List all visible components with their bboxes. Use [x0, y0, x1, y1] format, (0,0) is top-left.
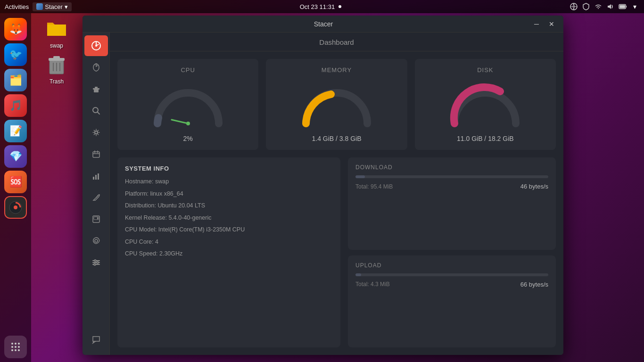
dock-item-rhythmbox[interactable]: 🎵	[4, 94, 27, 117]
download-speed: 46 bytes/s	[520, 183, 548, 190]
topbar-app-name: Stacer	[45, 3, 63, 10]
dock-item-stacer[interactable]	[4, 196, 27, 219]
info-hostname: Hostname: swap	[125, 178, 333, 186]
topbar-left: Activities Stacer ▾	[5, 2, 72, 11]
memory-gauge	[299, 81, 374, 128]
dock-item-files[interactable]: 🗂️	[4, 69, 27, 91]
tray-network-icon[interactable]	[570, 2, 578, 11]
swap-folder-icon	[45, 18, 68, 41]
stacer-app-icon	[36, 3, 43, 10]
trash-icon	[45, 54, 68, 76]
cpu-card: CPU 2%	[117, 59, 258, 150]
svg-rect-18	[53, 56, 60, 59]
topbar-app-arrow: ▾	[65, 3, 68, 10]
rhythmbox-icon: 🎵	[9, 99, 22, 112]
window-titlebar: Stacer ─ ✕	[83, 16, 563, 33]
upload-total: Total: 4.3 MiB	[355, 281, 390, 288]
upload-card: UPLOAD Total: 4.3 MiB 66 bytes/s	[348, 255, 556, 348]
upload-bar-bg	[355, 273, 548, 276]
svg-point-10	[11, 346, 13, 348]
grid-icon	[10, 341, 21, 353]
desktop-icon-swap[interactable]: swap	[38, 18, 75, 49]
network-column: DOWNLOAD Total: 95.4 MiB 46 bytes/s	[348, 157, 556, 347]
svg-point-46	[97, 262, 99, 263]
download-stats: Total: 95.4 MiB 46 bytes/s	[355, 183, 548, 190]
desktop-icon-trash[interactable]: Trash	[38, 54, 75, 85]
gnome-icon	[91, 236, 101, 246]
search-icon	[91, 106, 101, 115]
svg-rect-34	[93, 177, 94, 180]
dock-item-writer[interactable]: 📝	[4, 120, 27, 142]
topbar-datetime: Oct 23 11:31	[300, 3, 341, 10]
app-sidebar	[83, 33, 110, 355]
download-total: Total: 95.4 MiB	[355, 183, 393, 190]
upload-stats: Total: 4.3 MiB 66 bytes/s	[355, 281, 548, 288]
minimize-button[interactable]: ─	[530, 18, 543, 30]
uninstaller-icon	[91, 149, 101, 159]
svg-rect-36	[98, 173, 99, 180]
cleaner-icon	[91, 84, 101, 94]
sidebar-item-startup[interactable]	[84, 57, 108, 78]
dock-item-help[interactable]: 🆘	[4, 171, 27, 193]
svg-point-45	[94, 260, 96, 262]
svg-rect-26	[95, 87, 98, 89]
svg-point-49	[186, 122, 190, 125]
svg-point-23	[95, 45, 97, 47]
topbar-app-menu[interactable]: Stacer ▾	[33, 2, 72, 11]
info-cpu-speed: CPU Speed: 2.30GHz	[125, 250, 333, 258]
tray-dropdown-icon[interactable]: ▾	[631, 2, 639, 11]
dock-item-firefox[interactable]: 🦊	[4, 18, 27, 41]
sidebar-item-services[interactable]	[84, 122, 108, 143]
svg-rect-3	[626, 6, 627, 8]
main-content: Dashboard CPU	[110, 33, 563, 355]
memory-card: MEMORY 1.4 GiB / 3.8 GiB	[266, 59, 407, 150]
trash-label: Trash	[50, 78, 64, 85]
svg-rect-4	[619, 5, 625, 8]
cpu-gauge	[150, 81, 226, 128]
tray-volume-icon[interactable]	[606, 2, 615, 11]
writer-icon: 📝	[9, 125, 22, 137]
disk-value: 11.0 GiB / 18.2 GiB	[457, 135, 514, 142]
dock-item-thunderbird[interactable]: 🐦	[4, 43, 27, 66]
disk-gauge	[447, 81, 523, 128]
sidebar-item-repair[interactable]	[84, 187, 108, 208]
window-body: Dashboard CPU	[83, 33, 563, 355]
svg-rect-40	[97, 217, 98, 219]
desktop: 🦊 🐦 🗂️ 🎵 📝 💎 🆘	[0, 13, 644, 362]
upload-speed: 66 bytes/s	[520, 281, 548, 288]
window-title: Stacer	[116, 20, 530, 28]
svg-rect-35	[95, 175, 97, 180]
stacer-window: Stacer ─ ✕	[83, 16, 563, 355]
topbar: Activities Stacer ▾ Oct 23 11:31 ▾	[0, 0, 644, 13]
tray-shield-icon[interactable]	[582, 2, 590, 11]
dock-item-grid[interactable]	[4, 336, 27, 358]
sidebar-item-backup[interactable]	[84, 209, 108, 230]
tray-battery-icon[interactable]	[619, 2, 627, 11]
system-info-title: SYSTEM INFO	[125, 165, 333, 172]
svg-point-29	[95, 131, 98, 134]
svg-rect-25	[94, 90, 99, 92]
sidebar-item-uninstaller[interactable]	[84, 144, 108, 165]
svg-point-47	[94, 263, 96, 265]
help-icon: 🆘	[9, 176, 22, 188]
dock-item-git[interactable]: 💎	[4, 145, 27, 168]
sidebar-item-gnome[interactable]	[84, 230, 108, 251]
sidebar-item-resources[interactable]	[84, 165, 108, 186]
info-kernel: Kernel Release: 5.4.0-40-generic	[125, 214, 333, 222]
settings-icon	[91, 258, 101, 267]
close-button[interactable]: ✕	[545, 18, 558, 30]
gauge-row: CPU 2%	[117, 59, 556, 150]
resources-icon	[91, 171, 101, 181]
activities-button[interactable]: Activities	[5, 3, 29, 10]
sidebar-item-search[interactable]	[84, 100, 108, 121]
sidebar-item-dashboard[interactable]	[84, 35, 108, 56]
sidebar-item-about[interactable]	[84, 329, 108, 350]
info-distribution: Distribution: Ubuntu 20.04 LTS	[125, 202, 333, 210]
svg-line-28	[97, 112, 99, 115]
sidebar-item-cleaner[interactable]	[84, 79, 108, 99]
svg-point-13	[11, 349, 13, 351]
sidebar-item-settings[interactable]	[84, 252, 108, 273]
svg-line-48	[172, 120, 188, 123]
tray-wifi-icon[interactable]	[594, 2, 603, 11]
upload-bar-fill	[355, 273, 361, 276]
